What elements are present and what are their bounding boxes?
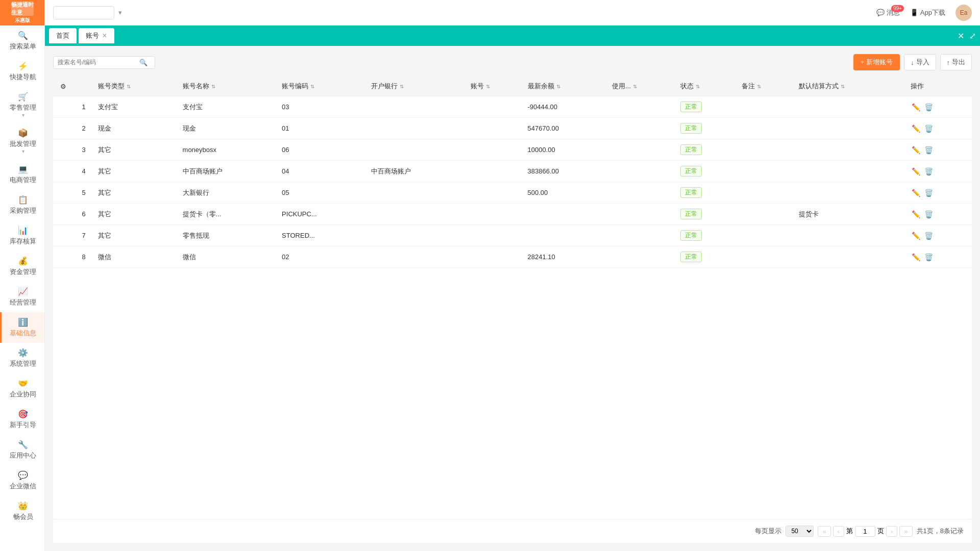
sort-payment-icon[interactable]: ⇅ [841,84,845,89]
tab-close-all-icon[interactable]: ✕ [958,31,964,41]
th-settings[interactable]: ⚙ [53,77,74,96]
page-size-select[interactable]: 50 10 20 100 [786,525,814,537]
top-search-dropdown[interactable]: ▾ [118,9,122,16]
sidebar-item-purchase-mgmt[interactable]: 📋 采购管理 [0,190,44,220]
sidebar-item-label: 经营管理 [10,298,36,307]
sidebar-item-enterprise-agreement[interactable]: 🤝 企业协同 [0,373,44,404]
tab-close-icon[interactable]: ✕ [102,32,107,39]
edit-button[interactable]: ✏️ [912,124,920,133]
page-last-button[interactable]: » [899,526,912,537]
user-avatar[interactable]: Ea [955,5,972,21]
th-default-payment[interactable]: 默认结算方式 ⇅ [795,77,906,96]
row-code: 06 [278,139,367,161]
delete-button[interactable]: 🗑️ [924,189,933,197]
th-type[interactable]: 账号类型 ⇅ [94,77,179,96]
row-settings [53,225,74,246]
sidebar-item-inventory-mgmt[interactable]: 📊 库存核算 [0,220,44,251]
th-remark[interactable]: 备注 ⇅ [738,77,795,96]
sidebar-item-wholesale-mgmt[interactable]: 📦 批发管理 ▾ [0,123,44,159]
th-balance-label: 最新余额 [528,82,554,91]
status-badge: 正常 [680,252,702,262]
th-bank[interactable]: 开户银行 ⇅ [367,77,467,96]
th-name[interactable]: 账号名称 ⇅ [179,77,278,96]
sort-status-icon[interactable]: ⇅ [696,84,700,89]
edit-button[interactable]: ✏️ [912,232,920,240]
message-button[interactable]: 💬 消息 99+ [876,8,900,17]
sidebar-item-ecommerce-mgmt[interactable]: 💻 电商管理 [0,159,44,190]
delete-button[interactable]: 🗑️ [924,124,933,133]
sidebar-item-sys-mgmt[interactable]: ⚙️ 系统管理 [0,343,44,373]
row-usage [608,182,676,204]
sort-type-icon[interactable]: ⇅ [127,84,131,89]
delete-button[interactable]: 🗑️ [924,232,933,240]
sidebar-item-basic-info[interactable]: ℹ️ 基础信息 [0,312,44,343]
sort-account-icon[interactable]: ⇅ [486,84,490,89]
th-account-label: 账号 [471,82,484,91]
add-account-button[interactable]: + 新增账号 [853,54,900,70]
account-table-container: ⚙ 账号类型 ⇅ 账号名称 ⇅ [53,77,972,519]
toolbar-right: + 新增账号 ↓ 导入 ↑ 导出 [853,54,972,70]
sidebar-item-newbie-guide[interactable]: 🎯 新手引导 [0,404,44,435]
edit-button[interactable]: ✏️ [912,146,920,154]
th-account[interactable]: 账号 ⇅ [467,77,524,96]
sidebar-item-vip-member[interactable]: 👑 畅会员 [0,496,44,527]
th-usage[interactable]: 使用... ⇅ [608,77,676,96]
sidebar-item-app-center[interactable]: 🔧 应用中心 [0,435,44,465]
row-name: 微信 [179,246,278,268]
delete-button[interactable]: 🗑️ [924,253,933,261]
sort-code-icon[interactable]: ⇅ [310,84,314,89]
vip-icon: 👑 [18,501,28,511]
sidebar-item-label: 应用中心 [10,451,36,460]
row-account [467,139,524,161]
sidebar-item-label: 采购管理 [10,206,36,215]
tab-account[interactable]: 账号 ✕ [79,28,114,43]
account-table: ⚙ 账号类型 ⇅ 账号名称 ⇅ [53,77,972,268]
row-code: 05 [278,182,367,204]
row-usage [608,139,676,161]
sort-name-icon[interactable]: ⇅ [211,84,215,89]
export-icon: ↑ [947,59,950,66]
import-button[interactable]: ↓ 导入 [904,54,936,70]
edit-button[interactable]: ✏️ [912,189,920,197]
page-next-button[interactable]: › [886,526,897,537]
purchase-icon: 📋 [18,195,28,205]
page-prev-button[interactable]: ‹ [833,526,844,537]
sort-bank-icon[interactable]: ⇅ [400,84,404,89]
tab-home[interactable]: 首页 [49,28,77,43]
sidebar-item-finance-mgmt[interactable]: 💰 资金管理 [0,251,44,282]
th-code[interactable]: 账号编码 ⇅ [278,77,367,96]
sidebar-item-enterprise-wechat[interactable]: 💬 企业微信 [0,465,44,496]
search-input[interactable] [58,59,139,66]
app-download-button[interactable]: 📱 App下载 [910,8,945,17]
search-icon[interactable]: 🔍 [139,59,148,66]
sidebar-item-search-menu[interactable]: 🔍 搜索菜单 [0,26,44,56]
edit-button[interactable]: ✏️ [912,103,920,111]
edit-button[interactable]: ✏️ [912,210,920,218]
tab-expand-icon[interactable]: ⤢ [969,31,976,41]
row-bank [367,225,467,246]
delete-button[interactable]: 🗑️ [924,210,933,218]
page-input[interactable] [855,526,875,537]
sort-remark-icon[interactable]: ⇅ [757,84,761,89]
row-type: 其它 [94,225,179,246]
mobile-icon: 📱 [910,9,918,16]
edit-button[interactable]: ✏️ [912,253,920,261]
page-first-button[interactable]: « [818,526,830,537]
th-status[interactable]: 状态 ⇅ [676,77,738,96]
row-settings [53,96,74,118]
export-label: 导出 [952,58,965,67]
delete-button[interactable]: 🗑️ [924,103,933,111]
row-account [467,246,524,268]
sidebar-item-ops-mgmt[interactable]: 📈 经营管理 [0,282,44,312]
sidebar-item-quick-nav[interactable]: ⚡ 快捷导航 [0,56,44,87]
delete-button[interactable]: 🗑️ [924,146,933,154]
top-search-input[interactable] [53,6,114,19]
sort-balance-icon[interactable]: ⇅ [556,84,560,89]
edit-button[interactable]: ✏️ [912,167,920,176]
delete-button[interactable]: 🗑️ [924,167,933,176]
sort-usage-icon[interactable]: ⇅ [633,84,637,89]
th-balance[interactable]: 最新余额 ⇅ [524,77,608,96]
export-button[interactable]: ↑ 导出 [940,54,972,70]
sidebar-item-retail-mgmt[interactable]: 🛒 零售管理 ▾ [0,87,44,123]
sidebar: 畅捷通时生意 乐惠版 🔍 搜索菜单 ⚡ 快捷导航 🛒 零售管理 ▾ 📦 批发管理… [0,0,45,551]
